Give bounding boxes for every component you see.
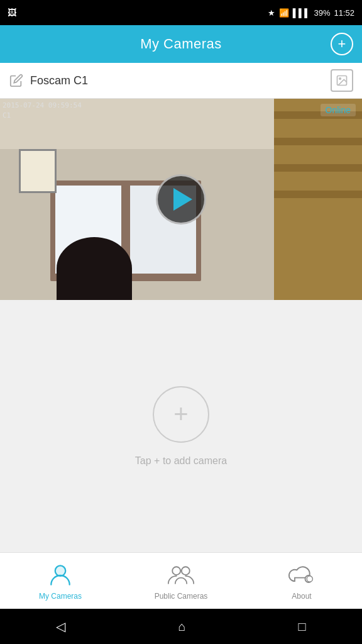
status-bar: 🖼 ★ 📶 ▌▌▌ 39% 11:52 [0,0,362,25]
plus-icon: + [338,36,346,52]
svg-point-6 [307,575,312,581]
gallery-icon[interactable] [331,69,353,92]
plus-circle-icon: + [173,400,188,428]
about-icon [288,562,315,589]
system-nav-bar: ◁ ⌂ □ [0,609,362,644]
empty-area: + Tap + to add camera [0,300,362,552]
svg-point-1 [339,78,341,80]
home-button[interactable]: ⌂ [178,619,185,634]
nav-item-public-cameras[interactable]: Public Cameras [121,557,241,606]
wifi-icon: 📶 [279,8,289,18]
timestamp: 2015-07-24 09:59:54 [3,101,82,109]
public-cameras-icon [167,562,195,589]
play-triangle-icon [173,188,192,211]
tap-hint: Tap + to add camera [135,455,227,467]
page-title: My Cameras [140,36,222,52]
add-camera-circle-button[interactable]: + [153,386,209,443]
camera-item: Foscam C1 2015-07 [0,63,362,300]
bottom-nav: My Cameras Public Cameras About [0,552,362,609]
play-button[interactable] [156,174,206,225]
public-cameras-label: Public Cameras [155,592,208,601]
recents-button[interactable]: □ [298,619,305,634]
add-camera-button[interactable]: + [331,33,353,55]
camera-name: Foscam C1 [30,74,88,87]
screenshot-icon: 🖼 [8,8,16,18]
back-button[interactable]: ◁ [56,619,65,634]
bookshelf [274,99,362,300]
battery-label: 39% [314,8,330,18]
picture-frame [19,149,57,193]
my-cameras-icon [47,562,74,589]
edit-icon[interactable] [9,73,24,88]
about-label: About [292,592,311,601]
online-status: Online [321,104,356,116]
star-icon: ★ [268,8,275,18]
svg-point-2 [55,565,66,576]
nav-item-my-cameras[interactable]: My Cameras [0,557,121,606]
signal-icon: ▌▌▌ [293,8,310,18]
svg-point-3 [172,567,180,575]
person-silhouette [57,237,132,300]
cam-label: C1 [3,111,11,119]
svg-point-4 [182,567,190,575]
nav-item-about[interactable]: About [241,557,362,606]
my-cameras-label: My Cameras [39,592,82,601]
header: My Cameras + [0,25,362,63]
time-label: 11:52 [334,8,354,18]
camera-feed[interactable]: 2015-07-24 09:59:54 C1 Online [0,99,362,300]
camera-header: Foscam C1 [0,63,362,99]
